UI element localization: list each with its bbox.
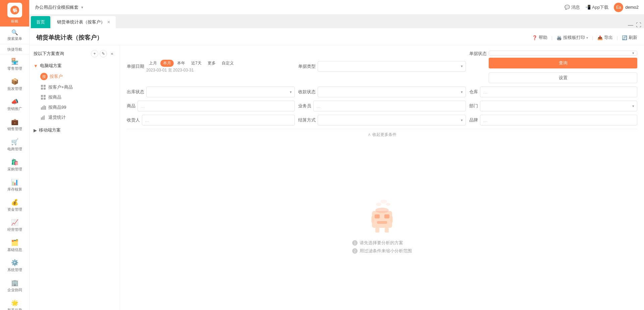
- operations-label: 经营管理: [7, 227, 22, 232]
- sidebar-item-inventory[interactable]: 📊 库存核算: [0, 175, 29, 195]
- logo[interactable]: 畅 标账: [0, 0, 29, 27]
- sales-icon: 💼: [11, 118, 18, 125]
- message-button[interactable]: 💬 消息: [565, 4, 580, 10]
- tab-close-icon[interactable]: ✕: [107, 20, 110, 24]
- doc-type-label: 单据类型: [298, 63, 316, 69]
- salesperson-label: 业务员: [298, 103, 311, 109]
- tree-item-return-stats[interactable]: 退货统计: [30, 112, 120, 122]
- sidebar-item-basic[interactable]: 🗂️ 基础信息: [0, 236, 29, 256]
- settlement-arrow: ▾: [461, 118, 463, 122]
- empty-tip-1: 1 请先选择要分析的方案: [352, 240, 412, 246]
- sidebar-nav[interactable]: 快捷导航: [0, 44, 29, 54]
- date-btn-custom[interactable]: 自定义: [219, 60, 236, 67]
- operations-icon: 📈: [11, 219, 18, 226]
- sidebar-item-ecommerce[interactable]: 🛒 电商管理: [0, 135, 29, 155]
- add-icon: +: [93, 51, 96, 56]
- query-button[interactable]: 查询: [489, 58, 637, 68]
- date-btn-this-month[interactable]: 本月: [160, 60, 174, 67]
- doc-status-filter: 单据状态 ▾ 查询 设置: [469, 49, 637, 83]
- purchase-label: 采购管理: [7, 167, 22, 172]
- mobile-expand-icon: ▶: [34, 128, 37, 133]
- brand-control[interactable]: …: [480, 115, 637, 125]
- salesperson-value: …: [316, 104, 321, 109]
- search-icon: 🔍: [11, 29, 18, 36]
- system-icon: ⚙️: [11, 259, 18, 266]
- print-button[interactable]: 🖨️ 按模板打印 ▾: [556, 35, 588, 41]
- product-label: 商品: [127, 103, 136, 109]
- receiver-control[interactable]: …: [142, 115, 295, 125]
- tree-item-by-product[interactable]: 按商品: [30, 92, 120, 102]
- export-button[interactable]: 📤 导出: [597, 35, 613, 41]
- tree-group-desktop: ▼ 电脑端方案 按 按客户 按客户+商品: [30, 59, 120, 124]
- sales-label: 销售管理: [7, 126, 22, 132]
- tab-sales-stats[interactable]: 销货单统计表（按客户） ✕: [52, 16, 116, 28]
- desktop-group-header[interactable]: ▼ 电脑端方案: [30, 61, 120, 71]
- user-profile[interactable]: Ea demo2: [614, 3, 639, 12]
- help-button[interactable]: ❓ 帮助: [532, 35, 547, 41]
- sidebar-item-purchase[interactable]: 🛍️ 采购管理: [0, 155, 29, 175]
- out-status-control[interactable]: ▾: [146, 87, 295, 97]
- sidebar-item-operations[interactable]: 📈 经营管理: [0, 215, 29, 236]
- svg-rect-20: [377, 221, 387, 224]
- svg-rect-9: [44, 98, 46, 100]
- sidebar-item-system[interactable]: ⚙️ 系统管理: [0, 256, 29, 276]
- doc-type-filter: 单据类型 ▾: [298, 49, 466, 83]
- product-control[interactable]: …: [138, 101, 295, 111]
- tree-item-by-customer[interactable]: 按 按客户: [30, 71, 120, 82]
- settings-button[interactable]: 设置: [489, 72, 637, 83]
- collapse-panel-button[interactable]: «: [108, 50, 116, 57]
- sidebar-item-finance[interactable]: 💰 资金管理: [0, 195, 29, 215]
- date-btn-this-year[interactable]: 本年: [174, 60, 188, 67]
- tabbar: 首页 销货单统计表（按客户） ✕ — ⛶: [30, 15, 644, 28]
- sidebar-item-newbie[interactable]: 🌟 新手引导: [0, 296, 29, 310]
- settlement-control[interactable]: ▾: [318, 115, 466, 125]
- warehouse-filter: 仓库 …: [469, 87, 637, 97]
- brand-value: …: [483, 118, 487, 123]
- doc-type-control[interactable]: ▾: [318, 61, 466, 72]
- svg-point-25: [375, 208, 389, 213]
- sidebar-item-enterprise[interactable]: 🏢 企业协同: [0, 276, 29, 296]
- salesperson-control[interactable]: …: [313, 101, 466, 111]
- tree-item-by-product-99[interactable]: 按商品99: [30, 102, 120, 112]
- tab-maximize-icon[interactable]: ⛶: [636, 22, 641, 28]
- print-dropdown-icon: ▾: [586, 36, 588, 40]
- mobile-group-header[interactable]: ▶ 移动端方案: [30, 125, 120, 135]
- department-arrow: ▾: [632, 104, 634, 108]
- sidebar-item-sales[interactable]: 💼 销售管理: [0, 115, 29, 135]
- svg-rect-19: [384, 214, 389, 218]
- main-area: 办公用品行业模拟账套 ▾ 💬 消息 📲 App下载 Ea demo2 首页: [30, 0, 644, 310]
- warehouse-control[interactable]: …: [480, 87, 637, 97]
- tab-home[interactable]: 首页: [31, 16, 50, 28]
- sidebar-search[interactable]: 🔍 搜索菜单: [0, 27, 29, 44]
- topbar-title: 办公用品行业模拟账套: [35, 4, 78, 10]
- sidebar-item-marketing[interactable]: 📣 营销推广: [0, 95, 29, 115]
- tab-minimize-icon[interactable]: —: [628, 22, 633, 28]
- payment-status-control[interactable]: ▾: [318, 87, 466, 97]
- wholesale-label: 批发管理: [7, 86, 22, 91]
- topbar-dropdown-icon[interactable]: ▾: [81, 5, 83, 10]
- collapse-label[interactable]: ∧ 收起更多条件: [368, 132, 396, 137]
- system-label: 系统管理: [7, 267, 22, 272]
- date-btn-more[interactable]: 更多: [205, 60, 218, 67]
- department-filter: 部门 ▾: [469, 101, 637, 111]
- topbar: 办公用品行业模拟账套 ▾ 💬 消息 📲 App下载 Ea demo2: [30, 0, 644, 15]
- refresh-button[interactable]: 🔄 刷新: [622, 35, 637, 41]
- tree-item-by-customer-product[interactable]: 按客户+商品: [30, 82, 120, 92]
- by-product-99-label: 按商品99: [48, 104, 66, 110]
- sidebar-item-retail[interactable]: 🏪 零售管理: [0, 54, 29, 74]
- doc-status-control[interactable]: ▾: [489, 51, 637, 56]
- add-scheme-button[interactable]: +: [91, 50, 98, 57]
- ecommerce-label: 电商管理: [7, 147, 22, 152]
- content-area: 销货单统计表（按客户） ❓ 帮助 | 🖨️ 按模板打印 ▾ | 📤 导出 |: [30, 28, 644, 310]
- app-download-button[interactable]: 📲 App下载: [585, 4, 608, 10]
- date-btn-last-month[interactable]: 上月: [146, 60, 160, 67]
- brand-label: 品牌: [469, 117, 478, 123]
- by-customer-label: 按客户: [50, 73, 63, 80]
- department-control[interactable]: ▾: [480, 101, 637, 111]
- filter-row-4: 收货人 … 结算方式 ▾: [127, 115, 637, 125]
- settlement-label: 结算方式: [298, 117, 316, 123]
- finance-label: 资金管理: [7, 207, 22, 212]
- sidebar-item-wholesale[interactable]: 📦 批发管理: [0, 74, 29, 95]
- date-btn-7days[interactable]: 近7天: [189, 60, 204, 67]
- edit-scheme-button[interactable]: ✎: [100, 50, 107, 57]
